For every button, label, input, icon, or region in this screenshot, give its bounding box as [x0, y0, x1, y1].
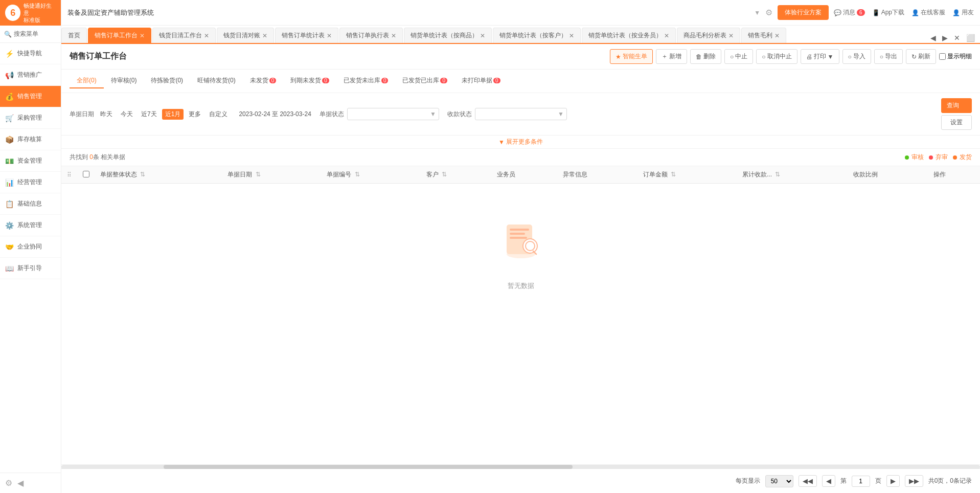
tab-profit[interactable]: 商品毛利分析表 ✕: [677, 28, 740, 43]
sidebar-item-quick-nav[interactable]: ⚡ 快捷导航: [0, 43, 61, 64]
status-select[interactable]: [347, 108, 439, 120]
sidebar-item-guide[interactable]: 📖 新手引导: [0, 258, 61, 279]
payment-select[interactable]: [475, 108, 567, 120]
tab-staff-stats[interactable]: 销货单统计表（按业务员） ✕: [582, 28, 676, 43]
expand-more-btn[interactable]: ▼ 展开更多条件: [498, 138, 543, 146]
dropdown-icon[interactable]: ▼: [754, 9, 760, 16]
col-customer[interactable]: 客户 ⇅: [421, 166, 492, 184]
checkbox-col-header[interactable]: [77, 166, 95, 184]
tab-sales-workbench[interactable]: 销售订单工作台 ✕: [88, 28, 151, 43]
query-btn[interactable]: 查询: [941, 98, 972, 113]
delete-btn[interactable]: 🗑 删除: [690, 49, 721, 64]
close-tab-goods-icon[interactable]: ✕: [480, 32, 485, 39]
tab-home[interactable]: 首页: [61, 28, 87, 43]
tab-cash-daily[interactable]: 钱货日清工作台 ✕: [152, 28, 216, 43]
stop-btn[interactable]: ○ 中止: [724, 49, 753, 64]
subtab-all[interactable]: 全部(0): [70, 74, 104, 88]
close-tab-icon[interactable]: ✕: [140, 32, 145, 39]
tab-sales-profit[interactable]: 销售毛利 ✕: [741, 28, 786, 43]
date-today[interactable]: 今天: [118, 109, 136, 120]
sidebar-search[interactable]: 🔍 搜索菜单: [0, 26, 61, 43]
close-tab-cash-icon[interactable]: ✕: [204, 32, 209, 39]
smart-create-btn[interactable]: ★ 智能生单: [610, 49, 653, 64]
subtab-pending-pick[interactable]: 待拣验货(0): [144, 74, 190, 88]
sidebar-item-basic-info[interactable]: 📋 基础信息: [0, 193, 61, 215]
subtab-overdue-unshipped[interactable]: 到期未发货0: [283, 74, 336, 88]
industry-btn[interactable]: 体验行业方案: [778, 5, 829, 20]
audit-action[interactable]: 审核: [905, 153, 924, 162]
collapse-icon[interactable]: ◀: [17, 478, 24, 488]
col-amount[interactable]: 订单金额 ⇅: [638, 166, 737, 184]
col-date[interactable]: 单据日期 ⇅: [222, 166, 322, 184]
gear-settings-icon[interactable]: ⚙: [765, 8, 772, 17]
tab-sales-stats[interactable]: 销售订单统计表 ✕: [275, 28, 338, 43]
tab-expand-icon[interactable]: ⬜: [964, 33, 977, 43]
logo: 6 畅捷通好生意 标准版: [0, 0, 61, 26]
tab-next-icon[interactable]: ▶: [940, 33, 950, 43]
subtab-shipped-out[interactable]: 已发货已出库0: [395, 74, 454, 88]
col-overall-status[interactable]: 单据整体状态 ⇅: [95, 166, 222, 184]
last-page-btn[interactable]: ▶▶: [905, 475, 923, 487]
settings-icon[interactable]: ⚙: [5, 478, 12, 488]
close-tab-customer-icon[interactable]: ✕: [569, 32, 574, 39]
tab-prev-icon[interactable]: ◀: [928, 33, 938, 43]
subtab-pending-review[interactable]: 待审核(0): [104, 74, 144, 88]
cancel-stop-btn[interactable]: ○ 取消中止: [756, 49, 797, 64]
filter-settings-btn[interactable]: 设置: [941, 115, 972, 130]
import-btn[interactable]: ○ 导入: [842, 49, 871, 64]
date-7days[interactable]: 近7天: [138, 109, 160, 120]
close-tab-staff-icon[interactable]: ✕: [664, 32, 669, 39]
cancel-audit-action[interactable]: 弃审: [929, 153, 948, 162]
select-all-checkbox[interactable]: [83, 171, 89, 177]
show-detail-checkbox[interactable]: [939, 53, 946, 60]
sidebar-item-operations[interactable]: 📊 经营管理: [0, 172, 61, 193]
subtab-unprinted[interactable]: 未打印单据0: [454, 74, 508, 88]
refresh-btn[interactable]: ↻ 刷新: [906, 49, 936, 64]
tab-customer-stats[interactable]: 销货单统计表（按客户） ✕: [493, 28, 581, 43]
close-tab-profit-icon[interactable]: ✕: [728, 32, 734, 39]
date-yesterday[interactable]: 昨天: [97, 109, 116, 120]
close-tab-stats-icon[interactable]: ✕: [327, 32, 332, 39]
subtab-unshipped[interactable]: 未发货0: [243, 74, 284, 88]
show-detail-label[interactable]: 显示明细: [939, 52, 972, 61]
add-btn[interactable]: ＋ 新增: [656, 49, 687, 64]
sidebar-item-system[interactable]: ⚙️ 系统管理: [0, 215, 61, 236]
close-tab-exec-icon[interactable]: ✕: [391, 32, 396, 39]
sidebar-item-inventory[interactable]: 📦 库存核算: [0, 129, 61, 150]
col-cumulative[interactable]: 累计收款... ⇅: [737, 166, 848, 184]
date-custom[interactable]: 自定义: [206, 109, 231, 120]
subtab-shipped-not-out[interactable]: 已发货未出库0: [336, 74, 396, 88]
sidebar-item-marketing[interactable]: 📢 营销推广: [0, 64, 61, 86]
date-more[interactable]: 更多: [186, 109, 204, 120]
online-service-action[interactable]: 👤 在线客服: [911, 8, 945, 17]
tab-reconcile[interactable]: 钱货日清对账 ✕: [217, 28, 274, 43]
export-btn[interactable]: ○ 导出: [874, 49, 903, 64]
message-action[interactable]: 💬 消息 6: [834, 8, 865, 17]
ship-action[interactable]: 发货: [953, 153, 972, 162]
date-filter-label: 单据日期: [70, 110, 94, 119]
close-tab-reconcile-icon[interactable]: ✕: [262, 32, 267, 39]
prev-page-btn[interactable]: ◀: [822, 475, 835, 487]
sidebar-item-finance[interactable]: 💵 资金管理: [0, 150, 61, 172]
tab-sales-exec[interactable]: 销售订单执行表 ✕: [339, 28, 403, 43]
subtab-wangpu[interactable]: 旺铺待发货(0): [190, 74, 243, 88]
app-icon: 📱: [872, 9, 880, 16]
horizontal-scrollbar[interactable]: [61, 464, 980, 468]
close-tab-sp-icon[interactable]: ✕: [774, 32, 780, 39]
next-page-btn[interactable]: ▶: [886, 475, 900, 487]
per-page-select[interactable]: 50 10 20 100: [765, 475, 793, 487]
sidebar-item-collab[interactable]: 🤝 企业协同: [0, 236, 61, 258]
tab-close-all-icon[interactable]: ✕: [952, 33, 962, 43]
first-page-btn[interactable]: ◀◀: [799, 475, 817, 487]
col-number[interactable]: 单据编号 ⇅: [322, 166, 421, 184]
sidebar-item-sales[interactable]: 💰 销售管理: [0, 86, 61, 107]
tab-goods-stats[interactable]: 销货单统计表（按商品） ✕: [404, 28, 492, 43]
app-download-action[interactable]: 📱 App下载: [872, 8, 904, 17]
date-1month[interactable]: 近1月: [162, 109, 184, 120]
user-action[interactable]: 👤 用友: [952, 8, 974, 17]
date-range-display: 2023-02-24 至 2023-03-24: [239, 110, 311, 119]
scrollbar-thumb[interactable]: [164, 465, 573, 469]
page-input[interactable]: [852, 476, 870, 487]
sidebar-item-purchase[interactable]: 🛒 采购管理: [0, 107, 61, 129]
print-btn[interactable]: 🖨 打印 ▼: [801, 49, 839, 64]
